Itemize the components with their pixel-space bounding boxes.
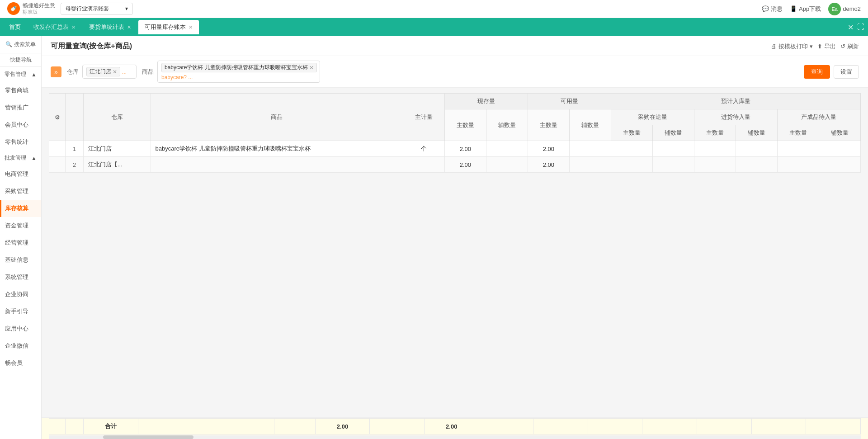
product-tag-input[interactable]: babycare学饮杯 儿童防摔防撞吸管杯重力球吸嘴杯宝宝水杯 ✕ babyca… bbox=[157, 61, 320, 83]
th-current-main: 主数量 bbox=[444, 109, 486, 141]
remove-warehouse-tag-0[interactable]: ✕ bbox=[113, 69, 117, 75]
row-finished-aux bbox=[819, 141, 860, 157]
close-tab-0[interactable]: ✕ bbox=[71, 24, 75, 30]
product-more[interactable]: babycare? ... bbox=[161, 74, 193, 80]
th-gear[interactable]: ⚙ bbox=[49, 94, 66, 141]
row-avail-aux bbox=[569, 141, 611, 157]
row-purchase-main bbox=[611, 157, 652, 173]
row-unit bbox=[403, 157, 444, 173]
row-avail-aux bbox=[569, 157, 611, 173]
row-current-aux bbox=[486, 141, 528, 157]
fullscreen-icon[interactable]: ⛶ bbox=[857, 23, 864, 31]
warehouse-filter-group: 仓库 江北门店 ✕ ... bbox=[67, 65, 137, 79]
top-bar-left: 🍼 畅捷通好生意 标准版 母婴行业演示账套 ▾ bbox=[7, 2, 133, 15]
footer-available-main: 2.00 bbox=[424, 419, 479, 434]
export-button[interactable]: ⬆ 导出 bbox=[817, 42, 836, 51]
page-header: 可用量查询(按仓库+商品) 🖨 按模板打印 ▾ ⬆ 导出 ↺ 刷新 bbox=[42, 36, 868, 56]
nav-tabs-right: ✕ ⛶ bbox=[848, 23, 864, 32]
footer-current-main: 2.00 bbox=[315, 419, 370, 434]
row-purchase-aux bbox=[652, 141, 694, 157]
user-avatar-action[interactable]: Ea demo2 bbox=[828, 3, 861, 15]
tab-要货单统计表[interactable]: 要货单统计表 ✕ bbox=[83, 20, 137, 34]
refresh-icon: ↺ bbox=[840, 43, 845, 50]
main-layout: 🔍 搜索菜单 快捷导航 零售管理 ▲ 零售商城 营销推广 会员中心 零售统计 批… bbox=[0, 36, 868, 439]
table-body: 1 江北门店 babycare学饮杯 儿童防摔防撞吸管杯重力球吸嘴杯宝宝水杯 个… bbox=[49, 141, 861, 173]
th-fp-aux: 辅数量 bbox=[819, 125, 860, 141]
sidebar-item-资金管理[interactable]: 资金管理 bbox=[0, 217, 41, 234]
sidebar-item-新手引导[interactable]: 新手引导 bbox=[0, 303, 41, 320]
avatar: Ea bbox=[828, 3, 841, 15]
warehouse-label: 仓库 bbox=[67, 68, 79, 76]
sidebar-quick-nav[interactable]: 快捷导航 bbox=[0, 53, 41, 67]
row-current-aux bbox=[486, 157, 528, 173]
th-rownum bbox=[66, 94, 84, 141]
table-container[interactable]: ⚙ 仓库 商品 主计量 现存量 可用量 预计入库量 主数量 辅数量 主数量 辅数… bbox=[42, 88, 868, 417]
page-title-row: 可用量查询(按仓库+商品) 🖨 按模板打印 ▾ ⬆ 导出 ↺ 刷新 bbox=[51, 42, 859, 56]
row-num: 1 bbox=[66, 141, 84, 157]
table-row: 1 江北门店 babycare学饮杯 儿童防摔防撞吸管杯重力球吸嘴杯宝宝水杯 个… bbox=[49, 141, 861, 157]
sidebar-item-库存核算[interactable]: 库存核算 bbox=[0, 200, 41, 217]
th-current-stock: 现存量 bbox=[444, 94, 528, 109]
logo-text: 畅捷通好生意 标准版 bbox=[23, 2, 55, 15]
industry-selector[interactable]: 母婴行业演示账套 ▾ bbox=[61, 3, 133, 15]
message-action[interactable]: 💬 消息 bbox=[762, 5, 783, 13]
settings-button[interactable]: 设置 bbox=[834, 65, 859, 79]
sidebar-item-营销推广[interactable]: 营销推广 bbox=[0, 99, 41, 116]
message-icon: 💬 bbox=[762, 5, 769, 12]
table-row: 2 江北门店【... 2.00 2.00 bbox=[49, 157, 861, 173]
row-gear bbox=[49, 157, 66, 173]
row-avail-main: 2.00 bbox=[528, 157, 569, 173]
row-gear bbox=[49, 141, 66, 157]
row-purchase-main bbox=[611, 141, 652, 157]
sidebar-item-畅会员[interactable]: 畅会员 bbox=[0, 354, 41, 372]
product-label: 商品 bbox=[142, 68, 154, 76]
sidebar-item-系统管理[interactable]: 系统管理 bbox=[0, 269, 41, 286]
sidebar-search[interactable]: 🔍 搜索菜单 bbox=[0, 36, 41, 53]
tab-可用量库存账本[interactable]: 可用量库存账本 ✕ bbox=[138, 20, 199, 34]
row-finished-aux bbox=[819, 157, 860, 173]
filter-expand-button[interactable]: » bbox=[51, 66, 61, 77]
refresh-button[interactable]: ↺ 刷新 bbox=[840, 42, 859, 51]
nav-tabs: 首页 收发存汇总表 ✕ 要货单统计表 ✕ 可用量库存账本 ✕ ✕ ⛶ bbox=[0, 18, 868, 36]
sidebar-item-电商管理[interactable]: 电商管理 bbox=[0, 165, 41, 183]
query-button[interactable]: 查询 bbox=[804, 65, 830, 79]
th-current-aux: 辅数量 bbox=[486, 109, 528, 141]
product-filter-group: 商品 babycare学饮杯 儿童防摔防撞吸管杯重力球吸嘴杯宝宝水杯 ✕ bab… bbox=[142, 61, 320, 83]
chevron-down-icon: ▾ bbox=[125, 5, 128, 12]
sidebar-item-零售商城[interactable]: 零售商城 bbox=[0, 82, 41, 99]
filter-actions: 查询 设置 bbox=[804, 65, 859, 79]
sidebar-item-企业协同[interactable]: 企业协同 bbox=[0, 286, 41, 303]
close-tab-2[interactable]: ✕ bbox=[189, 24, 193, 30]
row-finished-main bbox=[777, 141, 819, 157]
mobile-icon: 📱 bbox=[790, 5, 797, 12]
sidebar-item-经营管理[interactable]: 经营管理 bbox=[0, 234, 41, 251]
remove-product-tag-0[interactable]: ✕ bbox=[309, 65, 314, 71]
close-all-tabs-icon[interactable]: ✕ bbox=[848, 23, 854, 32]
close-tab-1[interactable]: ✕ bbox=[127, 24, 131, 30]
tab-収発存汇总表[interactable]: 收发存汇总表 ✕ bbox=[27, 20, 82, 34]
row-num: 2 bbox=[66, 157, 84, 173]
sidebar-item-采购管理[interactable]: 采购管理 bbox=[0, 183, 41, 200]
sidebar-item-应用中心[interactable]: 应用中心 bbox=[0, 320, 41, 337]
th-avail-aux: 辅数量 bbox=[569, 109, 611, 141]
sidebar-item-基础信息[interactable]: 基础信息 bbox=[0, 251, 41, 269]
sidebar-item-零售管理[interactable]: 零售管理 ▲ bbox=[0, 67, 41, 82]
warehouse-tag-input[interactable]: 江北门店 ✕ ... bbox=[82, 65, 137, 79]
sidebar: 🔍 搜索菜单 快捷导航 零售管理 ▲ 零售商城 营销推广 会员中心 零售统计 批… bbox=[0, 36, 42, 439]
row-incoming-main bbox=[694, 157, 736, 173]
sidebar-item-会员中心[interactable]: 会员中心 bbox=[0, 116, 41, 133]
th-warehouse: 仓库 bbox=[84, 94, 151, 141]
warehouse-more[interactable]: ... bbox=[122, 69, 127, 75]
filter-bar: » 仓库 江北门店 ✕ ... 商品 babycare学饮杯 儿童防摔防撞吸管杯… bbox=[42, 56, 868, 88]
row-avail-main: 2.00 bbox=[528, 141, 569, 157]
sidebar-item-企业微信[interactable]: 企业微信 bbox=[0, 337, 41, 354]
app-download-action[interactable]: 📱 App下载 bbox=[790, 5, 821, 13]
th-pt-main: 主数量 bbox=[611, 125, 652, 141]
sidebar-item-批发管理[interactable]: 批发管理 ▲ bbox=[0, 151, 41, 165]
th-pp-main: 主数量 bbox=[694, 125, 736, 141]
page-actions: 🖨 按模板打印 ▾ ⬆ 导出 ↺ 刷新 bbox=[771, 42, 859, 51]
row-current-main: 2.00 bbox=[444, 157, 486, 173]
print-button[interactable]: 🖨 按模板打印 ▾ bbox=[771, 42, 813, 51]
tab-home[interactable]: 首页 bbox=[4, 20, 26, 34]
sidebar-item-零售统计[interactable]: 零售统计 bbox=[0, 133, 41, 151]
